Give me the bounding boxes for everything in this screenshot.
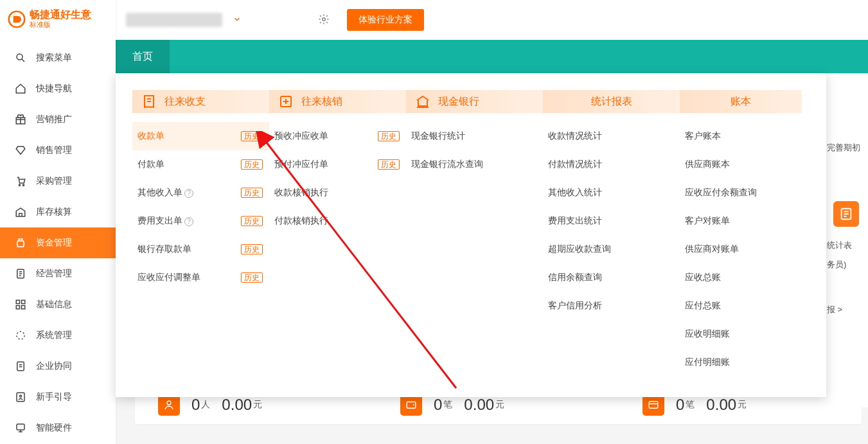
item-label: 付款单 [137,159,164,170]
sidebar-item-funds[interactable]: 资金管理 [0,227,116,258]
svg-point-5 [22,184,24,186]
heading-label: 账本 [731,95,751,109]
item-label: 客户对账单 [685,215,730,227]
history-tag[interactable]: 历史 [241,216,263,226]
loading-icon [14,329,27,342]
menu-item-recv-stats[interactable]: 收款情况统计 [543,122,680,150]
menu-item-supplier-statement[interactable]: 供应商对账单 [680,235,802,263]
menu-item-expense[interactable]: 费用支出单?历史 [132,207,269,235]
menu-item-other-income[interactable]: 其他收入单?历史 [132,179,269,207]
item-label: 其他收入单 [137,187,182,197]
stamp-icon [278,93,295,110]
megamenu-heading: 统计报表 [543,90,680,113]
industry-solution-button[interactable]: 体验行业方案 [347,9,424,31]
item-label: 现金银行流水查询 [411,159,483,170]
svg-point-14 [20,395,22,397]
sidebar-item-basic[interactable]: 基础信息 [0,289,116,320]
heading-label: 统计报表 [591,95,632,109]
menu-item-payment[interactable]: 付款单历史 [132,150,269,179]
stat-unit: 笔 [443,399,452,411]
menu-item-prerecv-offset[interactable]: 预收冲应收单历史 [269,122,406,150]
megamenu-heading: 往来核销 [269,90,406,113]
grid-icon [14,298,27,311]
help-icon[interactable]: ? [184,217,193,226]
menu-item-other-income-stats[interactable]: 其他收入统计 [543,179,680,207]
help-icon[interactable]: ? [184,189,193,198]
stat-amount: 0.00 [464,396,494,414]
report-icon[interactable] [833,201,859,227]
right-panel-peek: 完善期初 统计表 务员) 报 > [824,73,868,407]
menu-item-prepay-offset[interactable]: 预付冲应付单历史 [269,150,406,179]
brand-logo: 畅捷通好生意 标准版 [0,0,116,39]
menu-item-ar-ap-balance[interactable]: 应收应付余额查询 [680,179,802,207]
history-tag[interactable]: 历史 [241,244,263,254]
brand-subtitle: 标准版 [30,20,91,30]
company-dropdown[interactable] [126,13,306,27]
sidebar-item-search[interactable]: 搜索菜单 [0,42,116,73]
sidebar-item-hardware[interactable]: 智能硬件 [0,413,116,443]
sidebar-item-collab[interactable]: 企业协同 [0,351,116,382]
sidebar-item-label: 经营管理 [36,268,72,280]
cart-icon [14,175,27,188]
menu-item-supplier-ledger[interactable]: 供应商账本 [680,150,802,179]
menu-item-ar-ap-adjust[interactable]: 应收应付调整单历史 [132,263,269,292]
menu-item-cashbank-stats[interactable]: 现金银行统计 [406,122,543,150]
item-label: 费用支出统计 [548,215,602,227]
menu-item-customer-credit[interactable]: 客户信用分析 [543,292,680,320]
sidebar-item-purchase[interactable]: 采购管理 [0,166,116,197]
sidebar-item-marketing[interactable]: 营销推广 [0,104,116,135]
sidebar-item-label: 资金管理 [36,237,72,249]
history-tag[interactable]: 历史 [241,272,263,283]
menu-item-pay-stats[interactable]: 付款情况统计 [543,150,680,179]
item-label: 付款核销执行 [274,215,328,227]
settings-button[interactable] [316,12,332,28]
sidebar-item-label: 新手引导 [36,391,72,403]
person-icon [158,394,180,416]
history-tag[interactable]: 历史 [241,131,263,141]
sidebar-item-system[interactable]: 系统管理 [0,320,116,351]
stat-count: 0 [434,396,442,414]
sidebar-item-label: 系统管理 [36,330,72,341]
menu-item-ap-detail[interactable]: 应付明细账 [680,348,802,377]
megamenu-col-receipts: 往来收支 收款单历史 付款单历史 其他收入单?历史 费用支出单?历史 银行存取款… [132,90,269,375]
history-tag[interactable]: 历史 [378,159,400,170]
menu-item-overdue-ar[interactable]: 超期应收款查询 [543,235,680,263]
chevron-down-icon [233,15,242,26]
peek-text[interactable]: 报 > [824,300,868,319]
menu-item-recv-writeoff-exec[interactable]: 收款核销执行 [269,179,406,207]
home-icon [14,82,27,95]
tab-home[interactable]: 首页 [116,40,170,73]
history-tag[interactable]: 历史 [241,159,263,170]
svg-point-11 [17,332,24,339]
cta-label: 体验行业方案 [359,14,412,26]
menu-item-pay-writeoff-exec[interactable]: 付款核销执行 [269,207,406,235]
bank-icon [415,93,432,110]
item-label: 银行存取款单 [137,244,191,255]
menu-item-customer-statement[interactable]: 客户对账单 [680,207,802,235]
svg-rect-7 [16,300,19,303]
menu-item-cashbank-flow[interactable]: 现金银行流水查询 [406,150,543,179]
menu-item-credit-balance[interactable]: 信用余额查询 [543,263,680,292]
history-tag[interactable]: 历史 [378,131,400,141]
history-tag[interactable]: 历史 [241,188,263,198]
tab-strip: 首页 [116,40,868,73]
menu-item-ar-detail[interactable]: 应收明细账 [680,320,802,348]
receipt-icon [141,93,158,110]
sidebar-item-guide[interactable]: 新手引导 [0,382,116,413]
sidebar-item-label: 企业协同 [36,360,72,372]
item-label: 应付总账 [685,300,721,312]
menu-item-expense-stats[interactable]: 费用支出统计 [543,207,680,235]
item-label: 应收应付调整单 [137,272,200,283]
menu-item-receipt[interactable]: 收款单历史 [132,122,269,150]
svg-rect-10 [22,306,25,309]
sidebar-item-operation[interactable]: 经营管理 [0,258,116,289]
menu-item-ap-gl[interactable]: 应付总账 [680,292,802,320]
sidebar-item-inventory[interactable]: 库存核算 [0,197,116,227]
menu-item-customer-ledger[interactable]: 客户账本 [680,122,802,150]
sidebar-item-quick[interactable]: 快捷导航 [0,73,116,104]
sidebar-item-sales[interactable]: 销售管理 [0,135,116,166]
menu-item-bank-transfer[interactable]: 银行存取款单历史 [132,235,269,263]
peek-text: 统计表 [824,236,868,255]
menu-item-ar-gl[interactable]: 应收总账 [680,263,802,292]
stat-block-customers: 0人 0.00元 [158,394,377,416]
